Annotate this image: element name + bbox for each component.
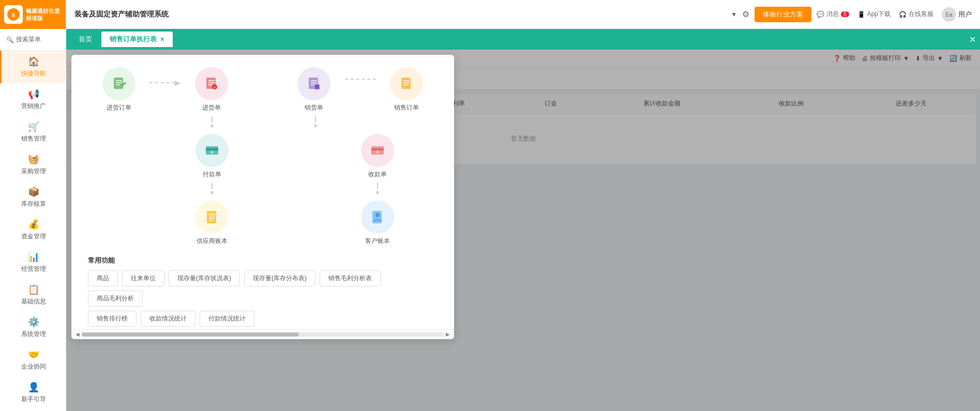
operation-icon: 📊 <box>28 251 39 263</box>
sidebar-item-inventory[interactable]: 📦 库存核算 <box>0 181 66 214</box>
payment-circle: ¥ <box>195 134 229 167</box>
flow-node-sale-order[interactable]: 销售订单 <box>376 67 438 112</box>
sidebar-item-label-sales: 销售管理 <box>21 134 46 143</box>
flow-node-receipt[interactable]: ¥ 收款单 <box>346 134 409 179</box>
common-buttons-row2: 销售排行榜 收款情况统计 付款情况统计 <box>88 311 438 327</box>
system-dropdown-arrow[interactable]: ▼ <box>731 11 737 18</box>
sidebar-item-label-newbie: 新手引导 <box>21 395 46 404</box>
common-btn-payment-stats[interactable]: 付款情况统计 <box>200 311 254 327</box>
common-btn-product-profit[interactable]: 商品毛利分析 <box>88 291 143 307</box>
sidebar-item-label-purchase: 采购管理 <box>21 167 46 176</box>
flow-node-purchase-bill[interactable]: ✓ 进货单 <box>180 67 242 112</box>
sidebar-item-label-system: 系统管理 <box>21 330 46 339</box>
sidebar-item-quick-nav[interactable]: 🏠 快捷导航 <box>0 51 66 83</box>
sale-bill-label: 销货单 <box>305 103 323 112</box>
sidebar-item-purchase[interactable]: 🧺 采购管理 <box>0 148 66 181</box>
sidebar-item-enterprise[interactable]: 🤝 企业协同 <box>0 344 66 376</box>
modal-inner: 进货订单 ▶ <box>71 55 454 329</box>
tab-close-icon[interactable]: ✕ <box>160 36 164 43</box>
settings-gear-icon[interactable]: ⚙ <box>742 9 749 19</box>
header-actions: 💬 消息 5 📱 App下载 🎧 在线客服 Ea 用户 <box>817 7 972 22</box>
svg-marker-6 <box>124 82 126 84</box>
sidebar-item-basic-info[interactable]: 📋 基础信息 <box>0 279 66 311</box>
home-tab-label: 首页 <box>79 35 92 44</box>
common-btn-partner[interactable]: 往来单位 <box>122 270 164 286</box>
flow-arrows-row4: ▼ ▼ <box>88 183 438 196</box>
message-badge: 5 <box>841 11 849 17</box>
window-close-btn[interactable]: ✕ <box>969 35 976 44</box>
main-area: 装备及固定资产辅助管理系统 ▼ ⚙ 体验行业方案 💬 消息 5 📱 App下载 … <box>66 0 980 411</box>
svg-text:¥: ¥ <box>375 149 379 155</box>
online-service-btn[interactable]: 🎧 在线客服 <box>899 10 933 19</box>
receipt-label: 收款单 <box>368 170 387 179</box>
common-btn-stock-dist[interactable]: 现存量(库存分布表) <box>244 270 315 286</box>
sidebar-item-label-inventory: 库存核算 <box>21 200 46 208</box>
sidebar-item-label-operation: 经营管理 <box>21 265 46 273</box>
flow-row-5: 供应商账本 <box>88 201 438 246</box>
arrow-sale-order-to-bill <box>345 79 376 80</box>
sidebar-search-area[interactable]: 🔍 搜索菜单 <box>0 29 66 51</box>
experience-btn[interactable]: 体验行业方案 <box>755 7 811 22</box>
sidebar-item-label-finance: 资金管理 <box>21 232 46 241</box>
supplier-ledger-label: 供应商账本 <box>197 237 228 246</box>
customer-ledger-label: 客户账本 <box>365 237 390 246</box>
flow-node-customer-ledger[interactable]: 客户账本 <box>346 201 409 246</box>
user-avatar-area[interactable]: Ea 用户 <box>942 7 972 22</box>
sidebar-item-label-basic-info: 基础信息 <box>21 297 46 306</box>
content-area: ❓ 帮助 🖨 按模板打印 ▼ ⬇ 导出 ▼ 🔄 刷新 <box>66 50 980 411</box>
tab-sales-order-exec[interactable]: 销售订单执行表 ✕ <box>101 32 173 47</box>
top-header: 装备及固定资产辅助管理系统 ▼ ⚙ 体验行业方案 💬 消息 5 📱 App下载 … <box>66 0 980 29</box>
flow-node-supplier-ledger[interactable]: 供应商账本 <box>181 201 243 246</box>
app-download-btn[interactable]: 📱 App下载 <box>857 10 891 19</box>
system-title: 装备及固定资产辅助管理系统 <box>74 10 726 19</box>
common-btn-receipt-stats[interactable]: 收款情况统计 <box>141 311 195 327</box>
marketing-icon: 📢 <box>28 88 39 100</box>
svg-point-34 <box>375 213 380 217</box>
sidebar-item-label-marketing: 营销推广 <box>21 102 46 111</box>
scrollbar-track[interactable] <box>82 332 444 337</box>
svg-rect-28 <box>207 211 216 223</box>
scroll-right-btn[interactable]: ▶ <box>446 331 450 337</box>
flow-diagram: 进货订单 ▶ <box>88 67 438 246</box>
download-icon: 📱 <box>857 11 865 18</box>
common-btn-sales-profit[interactable]: 销售毛利分析表 <box>320 270 381 286</box>
flow-node-payment[interactable]: ¥ 付款单 <box>181 134 243 179</box>
sidebar-item-sales[interactable]: 🛒 销售管理 <box>0 116 66 148</box>
svg-text:¥: ¥ <box>210 149 214 155</box>
tab-home[interactable]: 首页 <box>70 32 100 47</box>
common-btn-stock-status[interactable]: 现存量(库存状况表) <box>169 270 240 286</box>
basic-info-icon: 📋 <box>28 284 39 295</box>
flow-node-purchase-order[interactable]: 进货订单 <box>88 67 149 112</box>
search-menu-button[interactable]: 🔍 搜索菜单 <box>4 33 62 46</box>
tab-bar: 首页 销售订单执行表 ✕ ✕ <box>66 29 980 50</box>
app-download-label: App下载 <box>867 10 891 19</box>
sidebar-item-system[interactable]: ⚙️ 系统管理 <box>0 311 66 344</box>
quick-nav-icon: 🏠 <box>28 56 39 67</box>
sale-bill-circle <box>297 67 330 100</box>
sidebar-item-finance[interactable]: 💰 资金管理 <box>0 214 66 246</box>
common-btn-product[interactable]: 商品 <box>88 270 118 286</box>
flow-row-1: 进货订单 ▶ <box>88 67 438 112</box>
message-label: 消息 <box>826 10 839 19</box>
arrow-purchase-order-to-bill: ▶ <box>149 79 180 87</box>
common-btn-sales-rank[interactable]: 销售排行榜 <box>88 311 137 327</box>
purchase-bill-circle: ✓ <box>195 67 228 100</box>
flow-node-sale-bill[interactable]: 销货单 <box>283 67 345 112</box>
sidebar-item-marketing[interactable]: 📢 营销推广 <box>0 83 66 116</box>
flow-arrows-row2: ▼ ▼ <box>88 116 438 130</box>
message-btn[interactable]: 💬 消息 5 <box>817 10 849 19</box>
purchase-icon: 🧺 <box>28 154 39 165</box>
logo-text: 畅康通好生意 标准版 <box>26 7 60 22</box>
sidebar-item-newbie[interactable]: 👤 新手引导 <box>0 376 66 409</box>
scrollbar-thumb[interactable] <box>82 332 299 337</box>
user-label: 用户 <box>958 10 972 19</box>
sales-icon: 🛒 <box>28 121 39 132</box>
scroll-left-btn[interactable]: ◀ <box>76 331 80 337</box>
arrow-down-sale: ▼ <box>284 116 346 130</box>
sidebar-nav: 🏠 快捷导航 📢 营销推广 🛒 销售管理 🧺 采购管理 📦 库存核算 💰 <box>0 51 66 411</box>
receipt-circle: ¥ <box>361 134 394 167</box>
sale-order-label: 销售订单 <box>394 103 419 112</box>
modal-overlay[interactable]: 进货订单 ▶ <box>66 50 980 411</box>
sidebar-item-operation[interactable]: 📊 经营管理 <box>0 246 66 279</box>
search-menu-label: 搜索菜单 <box>16 35 41 44</box>
